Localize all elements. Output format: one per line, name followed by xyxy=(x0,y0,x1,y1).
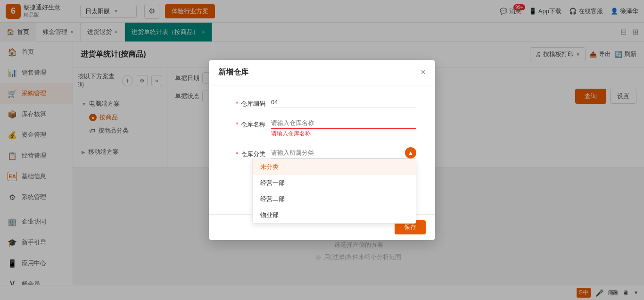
category-dropdown: 未分类 经营一部 经营二部 物业部 xyxy=(252,158,416,224)
new-warehouse-dialog: 新增仓库 × * 仓库编码 * 仓库名称 xyxy=(209,60,435,240)
name-form-row: * 仓库名称 请输入仓库名称 xyxy=(228,117,416,138)
dialog-body: * 仓库编码 * 仓库名称 请输入仓库名称 xyxy=(209,85,435,214)
dropdown-item-dept2[interactable]: 经营二部 xyxy=(253,191,416,207)
required-star-2: * xyxy=(236,121,238,128)
category-input[interactable] xyxy=(271,147,416,158)
name-label: * 仓库名称 xyxy=(228,117,265,129)
name-control: 请输入仓库名称 xyxy=(271,117,416,138)
modal-overlay: 新增仓库 × * 仓库编码 * 仓库名称 xyxy=(0,0,644,300)
name-input[interactable] xyxy=(271,117,416,129)
code-label: * 仓库编码 xyxy=(228,97,265,108)
required-star: * xyxy=(236,100,238,107)
category-form-row: * 仓库分类 ▲ 未分类 经营一部 经营二部 物业部 xyxy=(228,147,416,158)
dialog-close-button[interactable]: × xyxy=(421,67,426,77)
name-error-message: 请输入仓库名称 xyxy=(271,130,416,138)
category-arrow-button[interactable]: ▲ xyxy=(405,147,416,158)
dropdown-item-dept3[interactable]: 物业部 xyxy=(253,207,416,223)
dropdown-item-dept1[interactable]: 经营一部 xyxy=(253,175,416,191)
code-input[interactable] xyxy=(271,97,416,108)
category-control: ▲ 未分类 经营一部 经营二部 物业部 xyxy=(271,147,416,158)
category-label: * 仓库分类 xyxy=(228,147,265,158)
code-control xyxy=(271,97,416,108)
dropdown-item-uncategorized[interactable]: 未分类 xyxy=(253,159,416,175)
dialog-title: 新增仓库 xyxy=(218,67,248,77)
code-form-row: * 仓库编码 xyxy=(228,97,416,108)
dialog-header: 新增仓库 × xyxy=(209,60,435,85)
required-star-3: * xyxy=(236,150,238,158)
